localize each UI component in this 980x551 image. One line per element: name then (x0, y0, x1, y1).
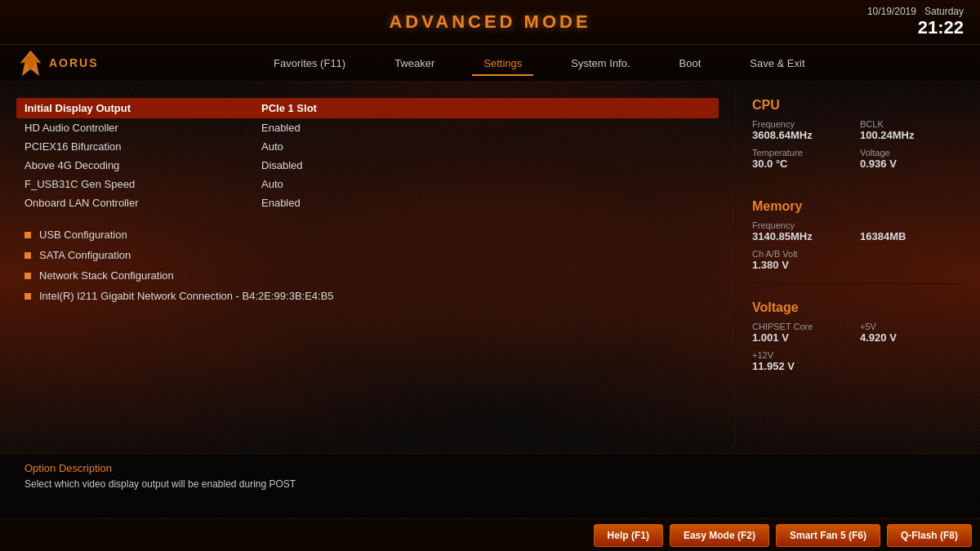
nav-settings[interactable]: Settings (459, 51, 546, 76)
mem-chvolt-value: 1.380 V (752, 259, 964, 271)
chipset-value: 1.001 V (752, 331, 856, 344)
cpu-grid: Frequency 3608.64MHz BCLK 100.24MHz Temp… (752, 119, 964, 170)
setting-above4g[interactable]: Above 4G Decoding Disabled (24, 156, 710, 175)
setting-value-hd-audio: Enabled (261, 122, 301, 134)
plus12v-block: +12V 11.952 V (752, 350, 964, 372)
logo-text: AORUS (49, 56, 99, 69)
easy-mode-button[interactable]: Easy Mode (F2) (670, 524, 769, 547)
submenu-network-stack[interactable]: Network Stack Configuration (24, 265, 710, 286)
setting-name-usb31c: F_USB31C Gen Speed (24, 178, 253, 190)
cpu-freq-label: Frequency (752, 119, 856, 129)
submenu-usb-config[interactable]: USB Configuration (24, 224, 710, 245)
cpu-bclk-block: BCLK 100.24MHz (860, 119, 964, 141)
nav-tweaker[interactable]: Tweaker (370, 51, 459, 76)
setting-pciex16[interactable]: PCIEX16 Bifurcation Auto (24, 137, 710, 156)
mem-chvolt-label: Ch A/B Volt (752, 249, 964, 259)
nav-menu: Favorites (F11) Tweaker Settings System … (115, 51, 964, 76)
option-desc-title: Option Description (24, 462, 956, 474)
voltage-section-title: Voltage (752, 300, 964, 315)
setting-initial-display[interactable]: Initial Display Output PCIe 1 Slot (16, 98, 719, 118)
setting-value-usb31c: Auto (261, 178, 283, 190)
plus12v-label: +12V (752, 350, 964, 360)
voltage-grid: CHIPSET Core 1.001 V +5V 4.920 V (752, 322, 964, 344)
setting-value-lan: Enabled (261, 197, 301, 209)
cpu-volt-label: Voltage (860, 148, 964, 158)
cpu-bclk-label: BCLK (860, 119, 964, 129)
mem-size-value: 16384MB (860, 230, 964, 242)
setting-value-pciex16: Auto (261, 140, 283, 153)
logo: AORUS (16, 49, 99, 78)
cpu-volt-value: 0.936 V (860, 158, 964, 170)
submenu-label-intel: Intel(R) I211 Gigabit Network Connection… (39, 290, 334, 302)
navbar: AORUS Favorites (F11) Tweaker Settings S… (0, 45, 980, 82)
info-panel: CPU Frequency 3608.64MHz BCLK 100.24MHz … (735, 90, 980, 445)
plus5v-label: +5V (860, 322, 964, 331)
bottom-toolbar: Help (F1) Easy Mode (F2) Smart Fan 5 (F6… (0, 518, 980, 551)
submenu-label-netstack: Network Stack Configuration (39, 269, 174, 282)
chipset-label: CHIPSET Core (752, 322, 856, 331)
bullet-icon (24, 232, 31, 238)
memory-section: Memory Frequency 3140.85MHz 16384MB Ch A… (752, 199, 964, 284)
submenu-sata-config[interactable]: SATA Configuration (24, 245, 710, 265)
mem-freq-block: Frequency 3140.85MHz (752, 220, 856, 242)
eagle-icon (16, 49, 45, 78)
time-display: 21:22 (867, 17, 964, 38)
cpu-temp-value: 30.0 °C (752, 158, 856, 170)
submenu-intel-nic[interactable]: Intel(R) I211 Gigabit Network Connection… (24, 286, 710, 306)
setting-value-initial-display: PCIe 1 Slot (261, 102, 317, 114)
voltage-section: Voltage CHIPSET Core 1.001 V +5V 4.920 V… (752, 300, 964, 384)
memory-section-title: Memory (752, 199, 964, 214)
cpu-volt-block: Voltage 0.936 V (860, 148, 964, 170)
option-desc-text: Select which video display output will b… (24, 478, 956, 490)
nav-favorites[interactable]: Favorites (F11) (249, 51, 370, 76)
date-display: 10/19/2019 Saturday (867, 6, 964, 17)
mem-freq-label: Frequency (752, 220, 856, 230)
cpu-section-title: CPU (752, 98, 964, 113)
setting-value-above4g: Disabled (261, 159, 303, 171)
setting-name-lan: Onboard LAN Controller (24, 197, 253, 209)
mode-title: ADVANCED MODE (389, 11, 590, 33)
bullet-icon (24, 273, 31, 279)
plus5v-block: +5V 4.920 V (860, 322, 964, 344)
setting-usb31c[interactable]: F_USB31C Gen Speed Auto (24, 175, 710, 193)
memory-grid: Frequency 3140.85MHz 16384MB (752, 220, 964, 242)
submenu-list: USB Configuration SATA Configuration Net… (24, 224, 710, 306)
nav-saveexit[interactable]: Save & Exit (725, 51, 829, 76)
help-button[interactable]: Help (F1) (594, 524, 663, 547)
qflash-button[interactable]: Q-Flash (F8) (887, 524, 972, 547)
smart-fan-button[interactable]: Smart Fan 5 (F6) (776, 524, 880, 547)
nav-boot[interactable]: Boot (655, 51, 726, 76)
bullet-icon (24, 293, 31, 300)
cpu-freq-block: Frequency 3608.64MHz (752, 119, 856, 141)
plus5v-value: 4.920 V (860, 331, 964, 344)
setting-name-initial-display: Initial Display Output (24, 102, 253, 114)
setting-name-above4g: Above 4G Decoding (24, 159, 253, 171)
submenu-label-sata: SATA Configuration (39, 249, 131, 261)
setting-name-hd-audio: HD Audio Controller (24, 122, 253, 134)
mem-chvolt-block: Ch A/B Volt 1.380 V (752, 249, 964, 271)
cpu-section: CPU Frequency 3608.64MHz BCLK 100.24MHz … (752, 98, 964, 183)
cpu-bclk-value: 100.24MHz (860, 129, 964, 141)
cpu-temp-block: Temperature 30.0 °C (752, 148, 856, 170)
cpu-temp-label: Temperature (752, 148, 856, 158)
mem-size-label (860, 220, 964, 230)
setting-name-pciex16: PCIEX16 Bifurcation (24, 140, 253, 153)
header-bar: ADVANCED MODE 10/19/2019 Saturday 21:22 (0, 0, 980, 45)
plus12v-value: 11.952 V (752, 360, 964, 372)
mem-size-block: 16384MB (860, 220, 964, 242)
nav-sysinfo[interactable]: System Info. (546, 51, 654, 76)
main-content: Initial Display Output PCIe 1 Slot HD Au… (0, 82, 980, 453)
cpu-freq-value: 3608.64MHz (752, 129, 856, 141)
settings-panel: Initial Display Output PCIe 1 Slot HD Au… (0, 90, 735, 445)
submenu-label-usb: USB Configuration (39, 229, 127, 241)
chipset-block: CHIPSET Core 1.001 V (752, 322, 856, 344)
datetime-display: 10/19/2019 Saturday 21:22 (867, 6, 964, 38)
setting-lan[interactable]: Onboard LAN Controller Enabled (24, 193, 710, 212)
bullet-icon (24, 252, 31, 259)
setting-hd-audio[interactable]: HD Audio Controller Enabled (24, 118, 710, 137)
option-description: Option Description Select which video di… (0, 453, 980, 518)
mem-freq-value: 3140.85MHz (752, 230, 856, 242)
